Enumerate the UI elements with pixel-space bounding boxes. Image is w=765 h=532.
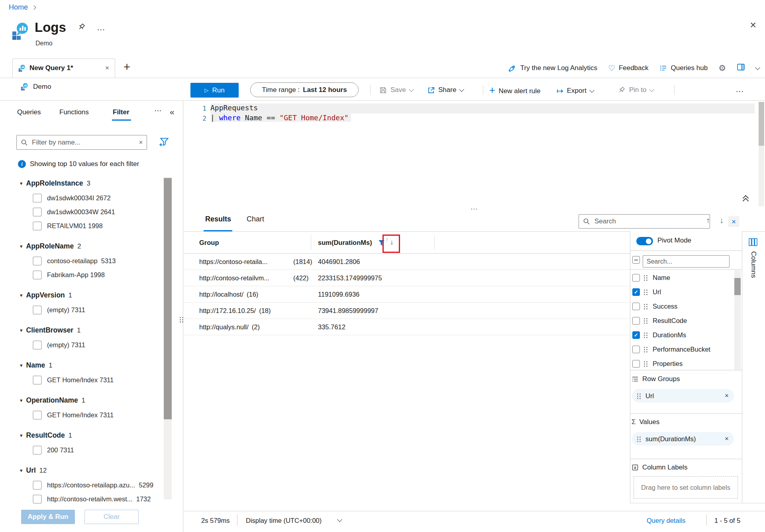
checkbox[interactable]	[33, 411, 42, 420]
try-new-log-analytics-link[interactable]: Try the new Log Analytics	[508, 64, 597, 73]
search-next-icon[interactable]: ↓	[720, 216, 724, 225]
drag-handle-icon[interactable]	[637, 436, 641, 442]
pivot-search-input[interactable]	[643, 255, 730, 268]
checkbox[interactable]	[33, 495, 42, 504]
clear-button[interactable]: Clear	[84, 510, 139, 524]
collapse-caret-icon[interactable]: ▾	[20, 467, 23, 473]
close-page-icon[interactable]: ×	[750, 19, 756, 31]
sidebar-more-icon[interactable]: ⋯	[154, 106, 162, 115]
new-tab-button[interactable]: +	[124, 61, 130, 74]
scrollbar-thumb[interactable]	[734, 278, 741, 295]
display-time-selector[interactable]: Display time (UTC+00:00)	[246, 517, 322, 524]
checkbox[interactable]	[632, 274, 640, 282]
clear-search-icon[interactable]: ×	[139, 139, 143, 146]
filter-group-header[interactable]: ▾ Url 12	[0, 465, 163, 475]
drag-handle-icon[interactable]	[644, 275, 648, 281]
column-labels-dropzone[interactable]: Drag here to set column labels	[634, 476, 738, 499]
new-alert-rule-button[interactable]: + New alert rule	[489, 86, 540, 96]
field-row-performancebucket[interactable]: PerformanceBucket	[630, 342, 734, 356]
tab-queries[interactable]: Queries	[17, 108, 41, 116]
remove-icon[interactable]: ×	[725, 392, 729, 400]
checkbox[interactable]	[33, 446, 42, 455]
code-line-2[interactable]: | where Name == "GET Home/Index"	[210, 113, 755, 123]
field-row-resultcode[interactable]: ResultCode	[630, 313, 734, 328]
checkbox[interactable]	[33, 256, 42, 266]
collapse-caret-icon[interactable]: ▾	[20, 243, 23, 249]
search-prev-icon[interactable]: ↑	[706, 216, 710, 225]
filter-group-header[interactable]: ▾ ResultCode 1	[0, 430, 163, 440]
field-row-success[interactable]: Success	[630, 299, 734, 313]
pin-page-icon[interactable]	[77, 23, 86, 33]
apply-and-run-button[interactable]: Apply & Run	[21, 510, 75, 524]
breadcrumb-home-link[interactable]: Home	[9, 3, 28, 12]
filter-group-header[interactable]: ▾ Name 1	[0, 360, 163, 370]
tab-results[interactable]: Results	[205, 215, 231, 223]
filter-option[interactable]: dw1sdwk00034I 2672	[0, 191, 163, 205]
save-button[interactable]: Save	[379, 86, 413, 94]
results-search-input[interactable]	[594, 217, 706, 226]
query-details-link[interactable]: Query details	[647, 517, 685, 524]
checkbox[interactable]	[33, 194, 42, 203]
tab-close-icon[interactable]: ×	[105, 64, 109, 72]
column-header-group[interactable]: Group	[199, 231, 219, 254]
drag-handle-icon[interactable]	[644, 361, 648, 367]
filter-option[interactable]: Fabrikam-App 1998	[0, 268, 163, 282]
filter-option[interactable]: (empty) 7311	[0, 303, 163, 317]
filter-option[interactable]: https://contoso-retailapp.azu... 5299	[0, 478, 163, 492]
filter-group-header[interactable]: ▾ ClientBrowser 1	[0, 325, 163, 335]
filter-group-header[interactable]: ▾ AppVersion 1	[0, 290, 163, 300]
share-button[interactable]: Share	[427, 86, 463, 94]
tab-filter[interactable]: Filter	[113, 108, 129, 116]
checkbox[interactable]	[33, 340, 42, 350]
checkbox[interactable]	[632, 317, 640, 325]
table-row[interactable]: https://contoso-retaila...(1814) 4046901…	[184, 254, 630, 270]
checkbox[interactable]	[33, 305, 42, 315]
sidebar-collapse-icon[interactable]: «	[170, 107, 175, 117]
toolbar-more-icon[interactable]: …	[736, 84, 744, 94]
filter-group-header[interactable]: ▾ AppRoleName 2	[0, 241, 163, 251]
filter-option[interactable]: RETAILVM01 1998	[0, 219, 163, 233]
drag-handle-icon[interactable]	[644, 332, 648, 338]
side-panel-icon[interactable]	[737, 63, 745, 73]
field-row-name[interactable]: Name	[630, 270, 734, 285]
pivot-mode-toggle[interactable]	[636, 237, 653, 245]
checkbox-checked[interactable]: ✓	[632, 331, 640, 339]
run-button[interactable]: ▷ Run	[190, 83, 239, 98]
table-row[interactable]: http://contoso-retailvm...(422) 2233153.…	[184, 270, 630, 286]
close-search-icon[interactable]: ×	[728, 216, 739, 227]
checkbox[interactable]	[33, 270, 42, 280]
column-divider[interactable]	[311, 235, 311, 250]
page-more-icon[interactable]: …	[97, 23, 105, 32]
columns-side-tab[interactable]: Columns	[742, 231, 765, 503]
code-line-1[interactable]: AppRequests	[210, 104, 755, 113]
checkbox[interactable]	[33, 221, 42, 231]
checkbox[interactable]	[632, 360, 640, 368]
table-row[interactable]: http://qualys.null/(2) 335.7612	[184, 319, 630, 335]
filter-option[interactable]: GET Home/Index 7311	[0, 408, 163, 422]
collapse-editor-icon[interactable]	[743, 196, 747, 203]
checkbox[interactable]	[33, 481, 42, 490]
checkbox[interactable]	[33, 376, 42, 385]
sidebar-scrollbar[interactable]	[164, 177, 172, 499]
add-filter-icon[interactable]	[159, 136, 170, 149]
field-row-durationms[interactable]: ✓DurationMs	[630, 328, 734, 342]
table-row[interactable]: http://localhost/(16) 1191099.6936	[184, 286, 630, 303]
drag-handle-icon[interactable]	[637, 393, 641, 399]
sidebar-splitter-handle[interactable]	[180, 317, 184, 323]
checkbox[interactable]	[632, 346, 640, 353]
tab-new-query-1[interactable]: New Query 1* ×	[12, 59, 115, 78]
scrollbar-thumb[interactable]	[759, 102, 764, 146]
chevron-down-icon[interactable]	[337, 517, 342, 522]
table-row[interactable]: http://172.16.10.25/(18) 73941.898599999…	[184, 303, 630, 319]
collapse-caret-icon[interactable]: ▾	[20, 180, 23, 186]
filter-option[interactable]: GET Home/Index 7311	[0, 373, 163, 387]
field-row-url[interactable]: ✓Url	[630, 285, 734, 299]
drag-handle-icon[interactable]	[644, 346, 648, 352]
checkbox[interactable]	[33, 207, 42, 217]
column-divider[interactable]	[434, 235, 435, 250]
feedback-link[interactable]: ♡ Feedback	[608, 63, 649, 73]
filter-search-input[interactable]	[31, 138, 136, 147]
time-range-picker[interactable]: Time range :Last 12 hours	[250, 82, 359, 97]
filter-group-header[interactable]: ▾ AppRoleInstance 3	[0, 178, 163, 188]
pin-to-button[interactable]: Pin to	[618, 86, 653, 94]
